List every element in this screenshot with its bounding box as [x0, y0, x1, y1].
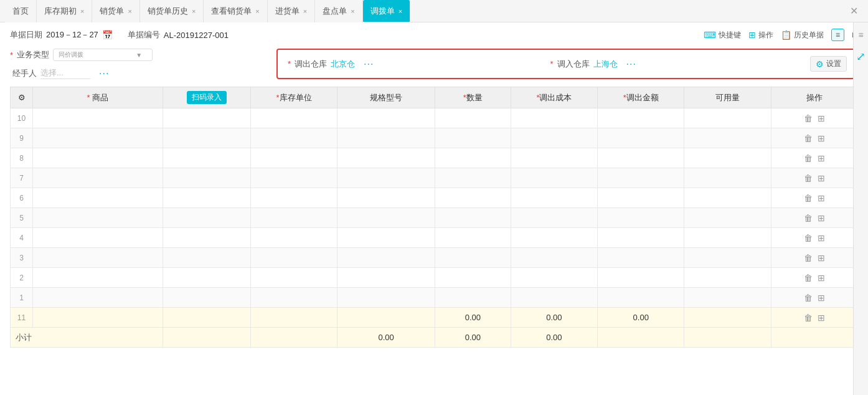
layout-list-button[interactable]: ≡ [831, 29, 844, 41]
row-unit-5[interactable] [250, 208, 337, 228]
row-qty-6[interactable] [435, 188, 511, 208]
row-spec-5[interactable] [337, 208, 435, 228]
tab-transfer-order[interactable]: 调拨单 × [363, 0, 410, 22]
row-cost-4[interactable] [511, 228, 597, 248]
delete-icon-7[interactable]: 🗑 [804, 173, 813, 183]
person-more-dots[interactable]: ··· [99, 68, 109, 79]
row-unit-10[interactable] [250, 108, 337, 128]
sidebar-expand-icon[interactable]: ⤢ [854, 47, 868, 66]
row-cost-10[interactable] [511, 108, 597, 128]
copy-icon-6[interactable]: ⊞ [818, 193, 825, 203]
tab-close-purchase-order[interactable]: × [303, 7, 307, 15]
row-amount-3[interactable] [598, 248, 684, 268]
shortcuts-button[interactable]: ⌨ 快捷键 [704, 30, 741, 40]
row-qty-3[interactable] [435, 248, 511, 268]
row-cost-6[interactable] [511, 188, 597, 208]
row-spec-6[interactable] [337, 188, 435, 208]
tab-view-sales[interactable]: 查看销货单 × [204, 0, 267, 22]
row-spec-10[interactable] [337, 108, 435, 128]
row-qty-7[interactable] [435, 168, 511, 188]
row-product-5[interactable] [33, 208, 163, 228]
history-button[interactable]: 📋 历史单据 [781, 30, 824, 40]
copy-icon-8[interactable]: ⊞ [818, 153, 825, 163]
copy-icon-1[interactable]: ⊞ [818, 293, 825, 303]
out-warehouse-more[interactable]: ··· [364, 59, 374, 70]
row-cost-8[interactable] [511, 148, 597, 168]
row-cost-1[interactable] [511, 288, 597, 308]
tab-close-inventory-init[interactable]: × [80, 7, 84, 15]
row-amount-8[interactable] [598, 148, 684, 168]
operations-button[interactable]: ⊞ 操作 [748, 30, 773, 40]
th-scan[interactable]: 扫码录入 [163, 87, 250, 108]
copy-icon-5[interactable]: ⊞ [818, 213, 825, 223]
delete-icon-6[interactable]: 🗑 [804, 193, 813, 203]
row-spec-1[interactable] [337, 288, 435, 308]
copy-icon-7[interactable]: ⊞ [818, 173, 825, 183]
scan-button[interactable]: 扫码录入 [187, 91, 227, 104]
row-amount-7[interactable] [598, 168, 684, 188]
row-unit-1[interactable] [250, 288, 337, 308]
calendar-icon[interactable]: 📅 [102, 30, 113, 40]
row-amount-2[interactable] [598, 268, 684, 288]
row-cost-7[interactable] [511, 168, 597, 188]
row-cost-5[interactable] [511, 208, 597, 228]
row-product-2[interactable] [33, 268, 163, 288]
row-cost-2[interactable] [511, 268, 597, 288]
row-amount-1[interactable] [598, 288, 684, 308]
row-qty-9[interactable] [435, 128, 511, 148]
row-amount-10[interactable] [598, 108, 684, 128]
row-qty-8[interactable] [435, 148, 511, 168]
copy-icon-3[interactable]: ⊞ [818, 253, 825, 263]
row-unit-8[interactable] [250, 148, 337, 168]
tab-sales-order[interactable]: 销货单 × [92, 0, 139, 22]
copy-icon-9[interactable]: ⊞ [818, 133, 825, 143]
copy-icon-4[interactable]: ⊞ [818, 233, 825, 243]
row-cost-9[interactable] [511, 128, 597, 148]
row-amount-4[interactable] [598, 228, 684, 248]
delete-icon-2[interactable]: 🗑 [804, 273, 813, 283]
delete-icon-8[interactable]: 🗑 [804, 153, 813, 163]
subtotal-copy-icon[interactable]: ⊞ [818, 313, 825, 323]
row-unit-2[interactable] [250, 268, 337, 288]
business-type-dropdown[interactable]: 同价调拨 ▼ [53, 49, 153, 61]
row-unit-6[interactable] [250, 188, 337, 208]
row-unit-7[interactable] [250, 168, 337, 188]
th-gear[interactable]: ⚙ [11, 87, 33, 108]
delete-icon-10[interactable]: 🗑 [804, 113, 813, 123]
row-amount-5[interactable] [598, 208, 684, 228]
delete-icon-9[interactable]: 🗑 [804, 133, 813, 143]
row-product-4[interactable] [33, 228, 163, 248]
row-unit-4[interactable] [250, 228, 337, 248]
tab-close-view-sales[interactable]: × [255, 7, 259, 15]
row-spec-2[interactable] [337, 268, 435, 288]
row-qty-2[interactable] [435, 268, 511, 288]
row-spec-4[interactable] [337, 228, 435, 248]
tab-purchase-order[interactable]: 进货单 × [268, 0, 315, 22]
tab-home[interactable]: 首页 [5, 0, 37, 22]
window-close-button[interactable]: ✕ [847, 2, 861, 19]
row-qty-10[interactable] [435, 108, 511, 128]
row-product-1[interactable] [33, 288, 163, 308]
row-cost-3[interactable] [511, 248, 597, 268]
copy-icon-10[interactable]: ⊞ [818, 113, 825, 123]
tab-inventory-init[interactable]: 库存期初 × [37, 0, 92, 22]
in-warehouse-more[interactable]: ··· [626, 59, 636, 70]
subtotal-delete-icon[interactable]: 🗑 [804, 313, 813, 323]
settings-button[interactable]: ⚙ 设置 [810, 56, 847, 72]
delete-icon-1[interactable]: 🗑 [804, 293, 813, 303]
tab-sales-history[interactable]: 销货单历史 × [140, 0, 204, 22]
row-product-10[interactable] [33, 108, 163, 128]
row-spec-8[interactable] [337, 148, 435, 168]
row-spec-3[interactable] [337, 248, 435, 268]
tab-close-sales-order[interactable]: × [128, 7, 131, 15]
tab-close-transfer-order[interactable]: × [399, 7, 402, 15]
row-spec-7[interactable] [337, 168, 435, 188]
row-product-9[interactable] [33, 128, 163, 148]
tab-inventory-count[interactable]: 盘点单 × [315, 0, 362, 22]
row-spec-9[interactable] [337, 128, 435, 148]
sidebar-list-icon[interactable]: ≡ [856, 27, 866, 42]
row-product-8[interactable] [33, 148, 163, 168]
person-placeholder[interactable]: 选择... [40, 67, 90, 79]
row-unit-9[interactable] [250, 128, 337, 148]
row-amount-9[interactable] [598, 128, 684, 148]
